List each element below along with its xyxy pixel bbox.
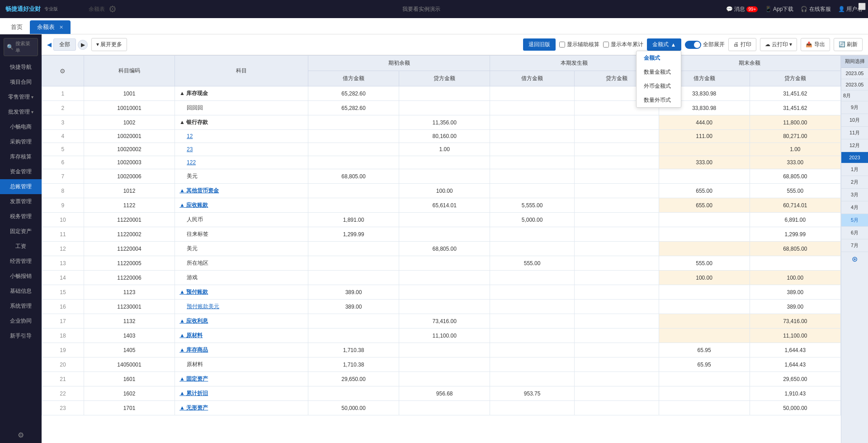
right-panel-month-12[interactable]: 12月 (841, 139, 868, 152)
tab-balance[interactable]: 余额表 ✕ (30, 20, 71, 34)
assist-checkbox-input[interactable] (559, 42, 565, 48)
return-old-btn[interactable]: 退回旧版 (523, 38, 556, 51)
message-btn[interactable]: 💬 消息 99+ (726, 5, 758, 13)
closing-debit-cell (659, 401, 750, 415)
right-panel-month-1[interactable]: 1月 (841, 163, 868, 176)
right-panel-month-9[interactable]: 9月 (841, 101, 868, 114)
subject-name-cell[interactable]: ▲ 预付账款 (175, 285, 308, 300)
format-option-qty-foreign[interactable]: 数量外币式 (637, 93, 681, 107)
right-panel-month-8[interactable]: 8月 (841, 91, 868, 101)
sidebar-item-operation[interactable]: 经营管理 (0, 254, 42, 269)
refresh-btn[interactable]: 🔄 刷新 (834, 38, 863, 51)
sidebar-item-system[interactable]: 系统管理 (0, 299, 42, 314)
closing-debit-cell (659, 386, 750, 401)
subject-name-cell[interactable]: ▲ 无形资产 (175, 401, 308, 415)
toggle-track[interactable] (685, 41, 701, 49)
right-panel-month-5[interactable]: 5月 (841, 214, 868, 227)
right-panel-month-7[interactable]: 7月 (841, 239, 868, 252)
sidebar-search-wrapper[interactable]: 🔍 搜索菜单 (4, 38, 38, 56)
sidebar-item-enterprise[interactable]: 企业协同 (0, 314, 42, 329)
sidebar-item-guide[interactable]: 新手引导 (0, 329, 42, 343)
collapse-panel-icon[interactable]: ⊛ (841, 252, 868, 266)
cloud-print-btn[interactable]: ☁ 云打印 ▾ (760, 38, 797, 51)
show-assist-checkbox[interactable]: 显示辅助核算 (559, 41, 599, 48)
minimize-icon[interactable]: － (846, 2, 855, 11)
right-panel-month-10[interactable]: 10月 (841, 114, 868, 127)
right-panel-year-2023[interactable]: 2023 (841, 152, 868, 163)
right-panel-month-6[interactable]: 6月 (841, 227, 868, 239)
tab-home[interactable]: 首页 (4, 20, 30, 34)
show-year-checkbox[interactable]: 显示本年累计 (603, 41, 643, 48)
sidebar-item-invoice[interactable]: 发票管理 (0, 194, 42, 209)
table-settings-icon[interactable]: ⚙ (60, 67, 66, 75)
sidebar-settings-icon[interactable]: ⚙ (18, 431, 24, 439)
sidebar-item-inventory[interactable]: 库存核算 (0, 149, 42, 164)
subject-name-cell[interactable]: ▲ 原材料 (175, 329, 308, 343)
opening-credit-cell: 80,160.00 (399, 130, 490, 143)
subject-link[interactable]: ▲ 预付账款 (179, 289, 208, 295)
subject-name-cell[interactable]: 预付账款美元 (175, 300, 308, 314)
opening-credit-cell (399, 227, 490, 242)
sidebar-item-tax[interactable]: 税务管理 (0, 209, 42, 224)
subject-name-cell[interactable]: 122 (175, 156, 308, 169)
right-panel-year-1[interactable]: 2023.05 (841, 68, 868, 79)
opening-credit-cell: 100.00 (399, 184, 490, 198)
subject-name-cell[interactable]: ▲ 固定资产 (175, 372, 308, 386)
maximize-icon[interactable]: ⬜ (857, 2, 866, 11)
right-panel-month-11[interactable]: 11月 (841, 127, 868, 139)
tab-close-icon[interactable]: ✕ (59, 24, 63, 30)
sidebar-item-payroll[interactable]: 工资 (0, 239, 42, 254)
app-download-btn[interactable]: 📱 App下载 (765, 5, 793, 13)
sidebar-item-fixed[interactable]: 固定资产 (0, 224, 42, 239)
year-checkbox-input[interactable] (603, 42, 609, 48)
sidebar-item-ecommerce[interactable]: 小畅电商 (0, 119, 42, 134)
expand-all-toggle[interactable]: 全部展开 (685, 41, 725, 49)
subject-link[interactable]: 122 (187, 159, 196, 166)
sidebar-item-report[interactable]: 小畅报销 (0, 269, 42, 284)
export-btn[interactable]: 📤 导出 (801, 38, 830, 51)
subject-name-cell[interactable]: ▲ 应收账款 (175, 198, 308, 213)
sidebar-item-wholesale[interactable]: 批发管理 ▾ (0, 105, 42, 119)
subject-link[interactable]: ▲ 应收利息 (179, 318, 208, 324)
sidebar-item-purchase[interactable]: 采购管理 (0, 134, 42, 149)
subject-link[interactable]: ▲ 应收账款 (179, 202, 208, 208)
subject-link[interactable]: 23 (187, 146, 193, 152)
right-panel-month-4[interactable]: 4月 (841, 201, 868, 214)
breadcrumb-icon[interactable]: ◀ (47, 41, 52, 48)
sidebar-item-general[interactable]: 总账管理 (0, 179, 42, 194)
subject-link[interactable]: ▲ 固定资产 (179, 376, 208, 382)
right-panel-month-2[interactable]: 2月 (841, 176, 868, 189)
subject-link[interactable]: ▲ 其他货币资金 (179, 187, 219, 194)
expand-more-btn[interactable]: ▾ 展开更多 (91, 38, 127, 51)
demo-link[interactable]: 我要看实例演示 (402, 5, 440, 13)
format-btn[interactable]: 金额式 ▲ (647, 38, 681, 51)
sidebar-item-capital[interactable]: 资金管理 (0, 164, 42, 179)
sidebar-item-basic[interactable]: 基础信息 (0, 284, 42, 299)
sidebar-item-retail[interactable]: 零售管理 ▾ (0, 90, 42, 105)
format-option-amount[interactable]: 金额式 (637, 51, 681, 65)
filter-arrow-icon[interactable]: ▶ (78, 40, 88, 50)
format-option-foreign[interactable]: 外币金额式 (637, 79, 681, 93)
subject-name-cell[interactable]: ▲ 应收利息 (175, 314, 308, 329)
row-num-cell: 19 (42, 343, 84, 357)
subject-name-cell[interactable]: ▲ 其他货币资金 (175, 184, 308, 198)
right-panel-year-2[interactable]: 2023.05 (841, 79, 868, 91)
format-option-qty-amount[interactable]: 数量金额式 (637, 65, 681, 79)
subject-name-cell[interactable]: 12 (175, 130, 308, 143)
print-btn[interactable]: 🖨 打印 (728, 38, 756, 51)
settings-gear-icon[interactable]: ⚙ (108, 4, 117, 14)
sidebar-item-project[interactable]: 项目合同 (0, 75, 42, 90)
subject-link[interactable]: ▲ 原材料 (179, 332, 203, 338)
subject-link[interactable]: 预付账款美元 (187, 303, 219, 310)
online-service-btn[interactable]: 🎧 在线客服 (801, 5, 830, 13)
subject-filter-all[interactable]: 全部 (53, 38, 76, 51)
subject-link[interactable]: 12 (187, 133, 193, 139)
subject-name-cell[interactable]: ▲ 累计折旧 (175, 386, 308, 401)
subject-link[interactable]: ▲ 累计折旧 (179, 390, 208, 396)
subject-link[interactable]: ▲ 无形资产 (179, 405, 208, 411)
right-panel-month-3[interactable]: 3月 (841, 189, 868, 201)
sidebar-item-quick-nav[interactable]: 快捷导航 (0, 60, 42, 75)
subject-name-cell[interactable]: 23 (175, 143, 308, 156)
subject-link[interactable]: ▲ 库存商品 (179, 347, 208, 353)
subject-name-cell[interactable]: ▲ 库存商品 (175, 343, 308, 357)
